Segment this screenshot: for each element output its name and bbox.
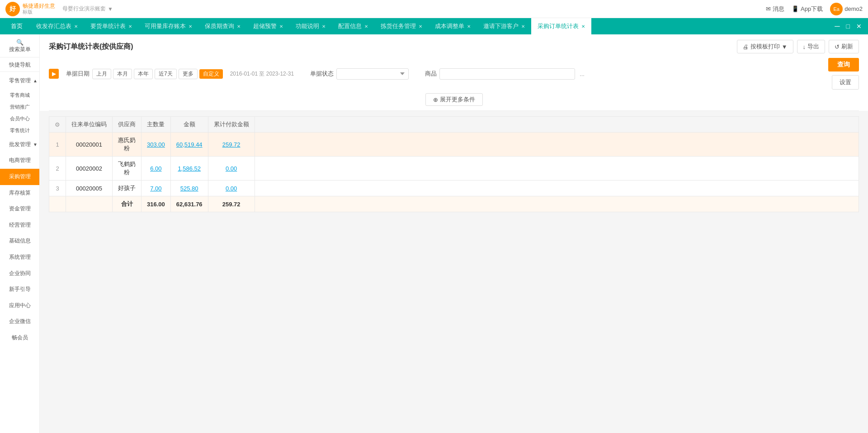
column-settings-icon[interactable]: ⚙ <box>55 121 60 128</box>
sidebar-item-dianshang[interactable]: 电商管理 <box>0 152 39 169</box>
status-select[interactable] <box>336 68 409 80</box>
sidebar-item-zijin[interactable]: 资金管理 <box>0 201 39 217</box>
tab-chengben[interactable]: 成本调整单 ✕ <box>429 18 477 34</box>
date-btn-last-month[interactable]: 上月 <box>92 69 111 79</box>
sidebar-item-caigou[interactable]: 采购管理 <box>0 169 39 185</box>
row-paid: 0.00 <box>208 157 255 181</box>
sidebar-item-qiye[interactable]: 企业协同 <box>0 266 39 282</box>
close-tab-kuyou[interactable]: ✕ <box>189 24 192 29</box>
export-icon: ↓ <box>803 43 806 50</box>
tab-gongneng[interactable]: 功能说明 ✕ <box>289 18 332 34</box>
sidebar-item-yingyong[interactable]: 应用中心 <box>0 298 39 314</box>
footer-label: 合计 <box>113 196 142 212</box>
query-btn[interactable]: 查询 <box>828 58 859 71</box>
sidebar-divider-1 <box>0 57 39 57</box>
sidebar-item-pifa[interactable]: 批发管理 ▼ <box>0 137 39 153</box>
sidebar-item-lingshougm[interactable]: 零售商城 <box>0 89 39 101</box>
window-close-btn[interactable]: ✕ <box>854 23 863 30</box>
minimize-btn[interactable]: ─ <box>833 22 841 30</box>
refresh-icon: ↺ <box>835 43 840 50</box>
footer-paid: 259.72 <box>208 196 255 212</box>
tab-peizhi[interactable]: 配置信息 ✕ <box>332 18 374 34</box>
table-footer: 合计 316.00 62,631.76 259.72 <box>49 196 859 212</box>
col-extra <box>255 117 859 133</box>
row-supplier: 惠氏奶粉 <box>113 133 142 157</box>
expand-more-btn[interactable]: ⊕ 展开更多条件 <box>425 93 483 106</box>
sidebar: 🔍 搜索菜单 快捷导航 零售管理 ▲ 零售商城 营销推广 会员中心 零售统计 批… <box>0 34 40 433</box>
close-tab-yaoqing[interactable]: ✕ <box>521 24 525 29</box>
sidebar-item-chang[interactable]: 畅会员 <box>0 330 39 346</box>
date-range-display: 2016-01-01 至 2023-12-31 <box>230 70 294 78</box>
settings-btn[interactable]: 设置 <box>832 75 859 90</box>
expand-icon: ⊕ <box>433 96 438 103</box>
page-title: 采购订单统计表(按供应商) <box>49 42 133 52</box>
row-quantity: 7.00 <box>142 181 171 196</box>
table-row: 2 00020002 飞鹤奶粉 6.00 1,586.52 0.00 <box>49 157 859 181</box>
close-tab-jianhuo[interactable]: ✕ <box>419 24 422 29</box>
message-icon: ✉ <box>766 5 771 12</box>
sidebar-item-lingshou[interactable]: 零售管理 ▲ <box>0 73 39 89</box>
date-custom-badge[interactable]: 自定义 <box>199 69 223 79</box>
filter-toggle-btn[interactable]: ▶ <box>49 69 59 79</box>
close-tab-chaochuyujing[interactable]: ✕ <box>279 24 283 29</box>
maximize-btn[interactable]: □ <box>844 23 852 30</box>
tab-baozhi[interactable]: 保质期查询 ✕ <box>198 18 247 34</box>
sidebar-item-yingxiao[interactable]: 营销推广 <box>0 101 39 113</box>
page-header: 采购订单统计表(按供应商) 🖨 按模板打印 ▼ ↓ 导出 ↺ 刷新 <box>40 34 868 111</box>
footer-amount: 62,631.76 <box>170 196 208 212</box>
col-amount: 金额 <box>170 117 208 133</box>
goods-input[interactable] <box>439 68 575 80</box>
date-btn-this-month[interactable]: 本月 <box>113 69 132 79</box>
close-tab-gongneng[interactable]: ✕ <box>322 24 326 29</box>
sidebar-item-jichu[interactable]: 基础信息 <box>0 233 39 249</box>
filter-right-actions: 查询 设置 <box>828 58 859 90</box>
search-icon: 🔍 <box>16 39 24 46</box>
table-header: ⚙ 往来单位编码 供应商 主数量 金额 累计付款金额 <box>49 117 859 133</box>
user-profile-btn[interactable]: Ea demo2 <box>830 3 863 15</box>
refresh-btn[interactable]: ↺ 刷新 <box>829 40 859 53</box>
close-tab-baozhi[interactable]: ✕ <box>237 24 241 29</box>
sidebar-item-kucun[interactable]: 库存核算 <box>0 185 39 201</box>
goods-more-icon[interactable]: ... <box>580 71 585 77</box>
tab-home[interactable]: 首页 <box>4 18 30 34</box>
date-btn-7days[interactable]: 近7天 <box>155 69 177 79</box>
row-code: 00020002 <box>66 157 113 181</box>
close-tab-chengben[interactable]: ✕ <box>467 24 471 29</box>
table-body: 1 00020001 惠氏奶粉 303.00 60,519.44 259.72 … <box>49 133 859 196</box>
message-btn[interactable]: ✉ 消息 <box>766 5 784 13</box>
sidebar-item-weixin[interactable]: 企业微信 <box>0 314 39 330</box>
sidebar-item-huiyuan[interactable]: 会员中心 <box>0 113 39 124</box>
tab-shoufacun[interactable]: 收发存汇总表 ✕ <box>30 18 84 34</box>
chevron-pifa-icon: ▼ <box>33 142 38 148</box>
row-index: 2 <box>49 157 66 181</box>
nav-tabs: 首页 收发存汇总表 ✕ 要货单统计表 ✕ 可用量库存账本 ✕ 保质期查询 ✕ 超… <box>0 18 868 34</box>
app-download-btn[interactable]: 📱 App下载 <box>792 5 823 13</box>
close-tab-yaohuo[interactable]: ✕ <box>128 24 132 29</box>
tab-kuyou[interactable]: 可用量库存账本 ✕ <box>138 18 198 34</box>
close-tab-shoufacun[interactable]: ✕ <box>74 24 78 29</box>
tab-jianhuo[interactable]: 拣货任务管理 ✕ <box>374 18 429 34</box>
print-dropdown-icon: ▼ <box>782 43 788 50</box>
table-row: 1 00020001 惠氏奶粉 303.00 60,519.44 259.72 <box>49 133 859 157</box>
tab-yaoqing[interactable]: 邀请下游客户 ✕ <box>477 18 531 34</box>
sidebar-item-jingying[interactable]: 经营管理 <box>0 217 39 233</box>
sidebar-item-lingshoutj[interactable]: 零售统计 <box>0 124 39 136</box>
footer-quantity: 316.00 <box>142 196 171 212</box>
tab-yaohuo[interactable]: 要货单统计表 ✕ <box>84 18 138 34</box>
export-btn[interactable]: ↓ 导出 <box>797 40 826 53</box>
close-tab-peizhi[interactable]: ✕ <box>364 24 368 29</box>
sidebar-item-xinshou[interactable]: 新手引导 <box>0 281 39 298</box>
close-tab-caigou[interactable]: ✕ <box>581 24 585 29</box>
col-code: 往来单位编码 <box>66 117 113 133</box>
page-title-row: 采购订单统计表(按供应商) 🖨 按模板打印 ▼ ↓ 导出 ↺ 刷新 <box>49 40 859 53</box>
date-btn-more[interactable]: 更多 <box>179 69 198 79</box>
print-btn[interactable]: 🖨 按模板打印 ▼ <box>737 40 793 53</box>
quick-nav-btn[interactable]: 快捷导航 <box>0 58 39 71</box>
date-btn-this-year[interactable]: 本年 <box>134 69 153 79</box>
tab-caigou[interactable]: 采购订单统计表 ✕ <box>531 18 591 34</box>
tab-chaochuyujing[interactable]: 超储预警 ✕ <box>247 18 289 34</box>
printer-icon: 🖨 <box>743 43 749 50</box>
row-paid: 0.00 <box>208 181 255 196</box>
sidebar-item-xitong[interactable]: 系统管理 <box>0 249 39 266</box>
sidebar-search-btn[interactable]: 🔍 搜索菜单 <box>0 34 39 56</box>
